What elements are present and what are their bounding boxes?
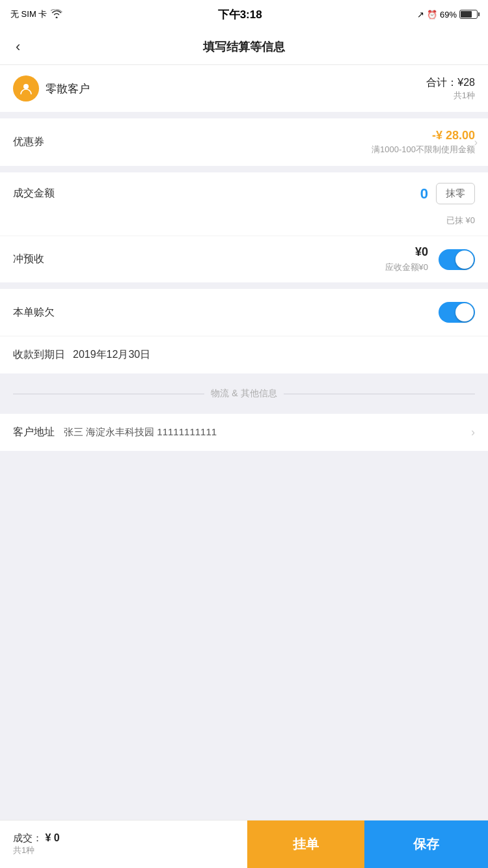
- prepay-label: 冲预收: [13, 252, 44, 266]
- carrier-text: 无 SIM 卡: [10, 8, 47, 20]
- customer-count: 共1种: [426, 90, 475, 102]
- back-button[interactable]: ‹: [10, 33, 25, 61]
- round-zero-button[interactable]: 抹零: [436, 183, 475, 204]
- empty-space: [0, 457, 488, 588]
- logistics-line-left: [13, 394, 204, 394]
- prepay-amount: ¥0: [415, 245, 428, 259]
- due-date-label: 收款到期日: [13, 348, 65, 362]
- chevron-right-icon: ›: [474, 137, 478, 148]
- customer-total: 合计：¥28: [426, 76, 475, 90]
- coupon-discount: -¥ 28.00: [432, 129, 475, 142]
- credit-row: 本单赊欠: [0, 289, 488, 336]
- bottom-count: 共1种: [13, 845, 234, 856]
- deal-value[interactable]: 0: [420, 185, 428, 202]
- due-date-row[interactable]: 收款到期日 2019年12月30日: [0, 336, 488, 373]
- customer-section: 零散客户 合计：¥28 共1种: [0, 65, 488, 112]
- customer-row: 零散客户 合计：¥28 共1种: [0, 65, 488, 112]
- customer-left: 零散客户: [13, 75, 90, 102]
- battery-icon: [459, 10, 478, 19]
- svg-point-0: [23, 84, 29, 89]
- prepay-row: 冲预收 ¥0 应收金额¥0: [0, 236, 488, 282]
- prepay-toggle[interactable]: [439, 249, 475, 270]
- credit-section: 本单赊欠 收款到期日 2019年12月30日: [0, 289, 488, 373]
- nav-bar: ‹ 填写结算等信息: [0, 29, 488, 65]
- coupon-sub: 满1000-100不限制使用金额: [372, 144, 475, 156]
- coupon-label: 优惠券: [13, 135, 44, 149]
- coupon-section[interactable]: 优惠券 -¥ 28.00 满1000-100不限制使用金额 ›: [0, 118, 488, 166]
- deal-sub-text: 已抹 ¥0: [446, 215, 475, 226]
- logistics-line-right: [284, 394, 475, 394]
- credit-label: 本单赊欠: [13, 306, 55, 319]
- content-area: 零散客户 合计：¥28 共1种 优惠券 -¥ 28.00 满1000-100不限…: [0, 65, 488, 640]
- deal-row: 成交金额 0 抹零: [0, 172, 488, 215]
- bottom-bar: 成交： ¥ 0 共1种 挂单 保存: [0, 820, 488, 868]
- wifi-icon: [51, 9, 62, 20]
- status-left: 无 SIM 卡: [10, 8, 62, 20]
- coupon-row[interactable]: 优惠券 -¥ 28.00 满1000-100不限制使用金额 ›: [0, 118, 488, 166]
- prepay-sub: 应收金额¥0: [385, 262, 428, 273]
- bottom-deal-label: 成交：: [13, 832, 42, 843]
- customer-avatar: [13, 75, 39, 102]
- bottom-deal-amount: ¥ 0: [45, 832, 59, 843]
- bottom-deal-row: 成交： ¥ 0: [13, 832, 234, 845]
- deal-section: 成交金额 0 抹零 已抹 ¥0 冲预收 ¥0 应收金额¥0: [0, 172, 488, 282]
- address-chevron-icon: ›: [471, 426, 475, 439]
- page-title: 填写结算等信息: [203, 39, 285, 55]
- save-button[interactable]: 保存: [364, 821, 488, 869]
- coupon-right: -¥ 28.00 满1000-100不限制使用金额: [372, 129, 475, 156]
- customer-total-wrap: 合计：¥28 共1种: [426, 76, 475, 102]
- location-icon: ↗: [417, 10, 424, 20]
- bottom-summary: 成交： ¥ 0 共1种: [0, 832, 247, 856]
- prepay-right: ¥0 应收金额¥0: [385, 245, 428, 273]
- toggle-knob: [455, 251, 474, 269]
- status-time: 下午3:18: [218, 7, 262, 22]
- status-bar: 无 SIM 卡 下午3:18 ↗ ⏰ 69%: [0, 0, 488, 29]
- address-row[interactable]: 客户地址 张三 海淀永丰科技园 11111111111 ›: [0, 414, 488, 451]
- deal-sub-row: 已抹 ¥0: [0, 215, 488, 236]
- logistics-divider: 物流 & 其他信息: [13, 388, 475, 400]
- hold-button[interactable]: 挂单: [247, 821, 364, 869]
- customer-name: 零散客户: [46, 81, 90, 96]
- status-right: ↗ ⏰ 69%: [417, 10, 478, 20]
- battery-percent: 69%: [440, 10, 457, 20]
- credit-toggle[interactable]: [439, 302, 475, 323]
- alarm-icon: ⏰: [427, 10, 437, 20]
- address-label: 客户地址: [13, 426, 55, 439]
- address-section[interactable]: 客户地址 张三 海淀永丰科技园 11111111111 ›: [0, 414, 488, 451]
- due-date-value: 2019年12月30日: [73, 348, 150, 362]
- logistics-text: 物流 & 其他信息: [211, 388, 277, 400]
- deal-label: 成交金额: [13, 187, 55, 200]
- logistics-divider-section: 物流 & 其他信息: [0, 380, 488, 407]
- toggle-knob-2: [455, 303, 474, 321]
- address-value: 张三 海淀永丰科技园 11111111111: [64, 426, 462, 439]
- deal-right: 0 抹零: [420, 183, 475, 204]
